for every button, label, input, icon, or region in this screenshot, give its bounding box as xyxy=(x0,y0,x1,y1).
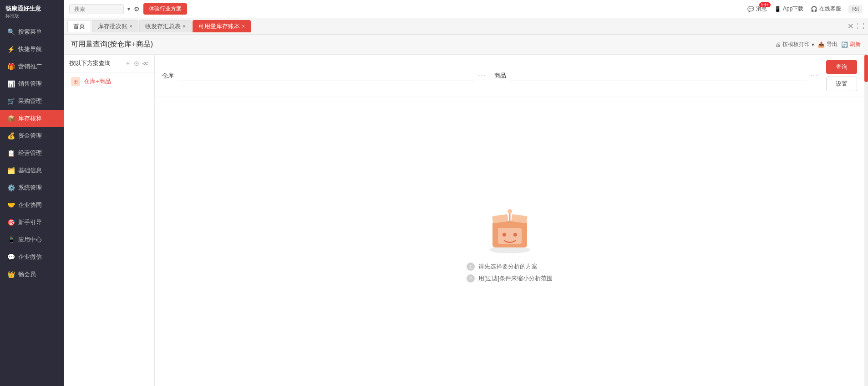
sidebar-item-purchase[interactable]: 🛒 采购管理 xyxy=(0,93,64,110)
sidebar-item-label: 采购管理 xyxy=(18,97,42,105)
hint-num-2: 2 xyxy=(467,274,475,283)
phone-icon: 📱 xyxy=(7,236,15,243)
tab-available[interactable]: 可用量库存账本 × xyxy=(193,20,251,32)
tab-batch-close-icon[interactable]: × xyxy=(129,23,132,30)
message-badge: 99+ xyxy=(759,2,771,7)
service-button[interactable]: 🎧 在线客服 xyxy=(811,5,841,13)
export-label: 导出 xyxy=(827,41,838,48)
cart-icon: 🛒 xyxy=(7,98,15,105)
empty-hint-1: 1 请先选择要分析的方案 xyxy=(467,262,553,271)
expand-button[interactable]: ⛶ xyxy=(857,22,864,31)
manage-scheme-icon[interactable]: ⊙ xyxy=(134,60,139,67)
tabs-bar: 首页 库存批次账 × 收发存汇总表 × 可用量库存账本 × ✕ ⛶ xyxy=(64,18,868,35)
sidebar-item-label: 快捷导航 xyxy=(18,45,42,53)
scheme-item-warehouse-goods[interactable]: ⊞ 仓库+商品 xyxy=(64,72,154,91)
template-dropdown-icon[interactable]: ▾ xyxy=(812,41,814,48)
refresh-label: 刷新 xyxy=(850,41,861,48)
empty-state: 1 请先选择要分析的方案 2 用[过滤]条件来缩小分析范围 xyxy=(155,97,864,386)
username-label: Rit xyxy=(852,6,859,12)
sidebar-item-basic[interactable]: 🗂️ 基础信息 xyxy=(0,162,64,179)
sidebar-item-label: 畅会员 xyxy=(18,270,36,278)
sidebar-item-marketing[interactable]: 🎁 营销推广 xyxy=(0,58,64,75)
scheme-panel-actions: ＋ ⊙ ≪ xyxy=(125,59,149,67)
sidebar-item-member[interactable]: 👑 畅会员 xyxy=(0,266,64,283)
gift-icon: 🎁 xyxy=(7,63,15,70)
crown-icon: 👑 xyxy=(7,271,15,278)
refresh-button[interactable]: 🔄 刷新 xyxy=(841,41,861,48)
dropdown-arrow-icon[interactable]: ▾ xyxy=(127,6,130,12)
warehouse-filter-label: 仓库 xyxy=(162,72,174,80)
empty-svg xyxy=(482,201,537,255)
sidebar-item-newbie[interactable]: 🎯 新手引导 xyxy=(0,214,64,231)
export-button[interactable]: 📤 导出 xyxy=(818,41,838,48)
export-icon: 📤 xyxy=(818,41,825,48)
query-area: 仓库 ··· 商品 ··· 查询 设置 xyxy=(155,55,864,386)
template-print-button[interactable]: 🖨 按模板打印 ▾ xyxy=(775,41,814,48)
scheme-icon: ⊞ xyxy=(71,77,80,86)
tab-summary-close-icon[interactable]: × xyxy=(183,23,186,30)
template-print-label: 按模板打印 xyxy=(782,41,810,48)
tab-available-label: 可用量库存账本 xyxy=(198,22,240,31)
svg-point-5 xyxy=(503,233,506,237)
content-area: 按以下方案查询 ＋ ⊙ ≪ ⊞ 仓库+商品 仓库 ··· xyxy=(64,55,868,386)
add-scheme-icon[interactable]: ＋ xyxy=(125,59,131,67)
sidebar-item-wechat[interactable]: 💬 企业微信 xyxy=(0,248,64,266)
page-header: 可用量查询(按仓库+商品) 🖨 按模板打印 ▾ 📤 导出 🔄 刷新 xyxy=(64,35,868,55)
tab-batch-label: 库存批次账 xyxy=(98,22,127,31)
collapse-scheme-icon[interactable]: ≪ xyxy=(142,60,149,67)
tab-batch[interactable]: 库存批次账 × xyxy=(92,20,138,32)
chat-icon: 💬 xyxy=(7,253,15,261)
settings-icon[interactable]: ⚙ xyxy=(134,5,140,13)
goods-more-icon[interactable]: ··· xyxy=(810,72,819,80)
warehouse-more-icon[interactable]: ··· xyxy=(478,72,487,80)
sidebar-item-search[interactable]: 🔍 搜索菜单 xyxy=(0,23,64,41)
topbar: ▾ ⚙ 体验行业方案 💬 消息 99+ 📱 App下载 🎧 在线客服 Rit xyxy=(64,0,868,18)
sidebar-item-appstore[interactable]: 📱 应用中心 xyxy=(0,231,64,248)
tab-home[interactable]: 首页 xyxy=(67,20,91,32)
tab-summary-label: 收发存汇总表 xyxy=(145,22,181,31)
hint-text-1: 请先选择要分析的方案 xyxy=(478,262,538,271)
sidebar-item-finance[interactable]: 💰 资金管理 xyxy=(0,127,64,144)
tab-home-label: 首页 xyxy=(73,22,85,31)
sidebar-item-quicknav[interactable]: ⚡ 快捷导航 xyxy=(0,41,64,58)
search-input[interactable] xyxy=(69,4,124,14)
gear-icon: ⚙️ xyxy=(7,184,15,191)
headset-icon: 🎧 xyxy=(811,6,817,12)
sidebar-item-label: 销售管理 xyxy=(18,80,42,88)
sidebar-item-system[interactable]: ⚙️ 系统管理 xyxy=(0,179,64,196)
sidebar-item-sales[interactable]: 📊 销售管理 xyxy=(0,75,64,93)
printer-icon: 🖨 xyxy=(775,41,781,48)
goods-filter-input[interactable] xyxy=(510,70,807,81)
sidebar-item-label: 营销推广 xyxy=(18,62,42,71)
app-download-label: App下载 xyxy=(783,5,803,13)
query-button[interactable]: 查询 xyxy=(826,60,857,74)
sidebar-scroll: 🔍 搜索菜单 ⚡ 快捷导航 🎁 营销推广 📊 销售管理 🛒 采购管理 📦 库存核… xyxy=(0,23,64,386)
message-button[interactable]: 💬 消息 99+ xyxy=(747,5,767,13)
sidebar: 畅康通好生意 标准版 🔍 搜索菜单 ⚡ 快捷导航 🎁 营销推广 📊 销售管理 🛒… xyxy=(0,0,64,386)
user-menu[interactable]: Rit xyxy=(848,5,863,13)
target-icon: 🎯 xyxy=(7,219,15,226)
svg-rect-4 xyxy=(498,228,522,244)
tab-available-close-icon[interactable]: × xyxy=(242,23,245,30)
service-label: 在线客服 xyxy=(819,5,841,13)
scrollbar-thumb[interactable] xyxy=(864,55,868,82)
setting-button[interactable]: 设置 xyxy=(826,77,857,91)
app-download-button[interactable]: 📱 App下载 xyxy=(774,5,803,13)
close-all-tabs-button[interactable]: ✕ xyxy=(848,22,853,31)
experience-button[interactable]: 体验行业方案 xyxy=(143,3,187,15)
hint-num-1: 1 xyxy=(467,262,475,271)
sidebar-item-inventory[interactable]: 📦 库存核算 xyxy=(0,110,64,127)
warehouse-filter-input[interactable] xyxy=(178,70,474,81)
scheme-item-label: 仓库+商品 xyxy=(84,77,111,86)
tab-summary[interactable]: 收发存汇总表 × xyxy=(139,20,192,32)
sidebar-item-label: 经营管理 xyxy=(18,149,42,157)
sidebar-item-enterprise[interactable]: 🤝 企业协同 xyxy=(0,196,64,214)
sidebar-item-operations[interactable]: 📋 经营管理 xyxy=(0,144,64,162)
page-title: 可用量查询(按仓库+商品) xyxy=(71,40,775,49)
folder-icon: 🗂️ xyxy=(7,167,15,174)
hint-text-2: 用[过滤]条件来缩小分析范围 xyxy=(478,274,553,283)
main-area: ▾ ⚙ 体验行业方案 💬 消息 99+ 📱 App下载 🎧 在线客服 Rit xyxy=(64,0,868,386)
chart-icon: 📊 xyxy=(7,80,15,87)
money-icon: 💰 xyxy=(7,132,15,139)
sidebar-item-label: 搜索菜单 xyxy=(18,28,42,36)
